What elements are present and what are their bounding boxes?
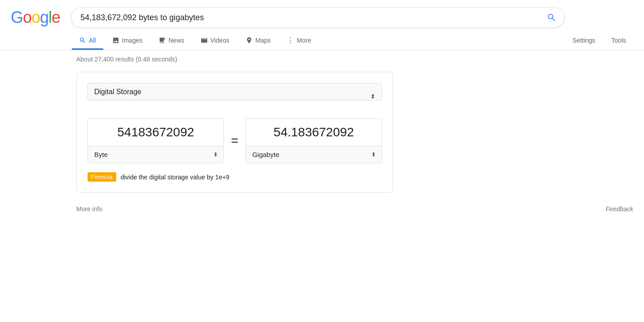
tab-all-label: All xyxy=(89,37,96,44)
equals-sign: = xyxy=(231,134,238,148)
to-unit-select[interactable]: Bit Byte Kilobyte Megabyte Gigabyte Tera… xyxy=(246,146,381,163)
tab-images[interactable]: Images xyxy=(105,32,150,50)
to-unit-select-wrapper: Bit Byte Kilobyte Megabyte Gigabyte Tera… xyxy=(246,146,381,163)
maps-tab-icon xyxy=(245,37,253,44)
google-logo[interactable]: Google xyxy=(11,8,60,27)
feedback-link[interactable]: Feedback xyxy=(606,205,633,213)
formula-row: Formula divide the digital storage value… xyxy=(88,172,382,182)
to-input-group: Bit Byte Kilobyte Megabyte Gigabyte Tera… xyxy=(245,118,382,163)
to-value-input[interactable] xyxy=(246,119,381,146)
header: Google xyxy=(0,0,644,28)
tab-news-label: News xyxy=(168,37,184,44)
converter-card: Digital Storage Length Mass Temperature … xyxy=(76,72,393,193)
from-unit-select[interactable]: Bit Byte Kilobyte Megabyte Gigabyte Tera… xyxy=(88,146,223,163)
search-icon xyxy=(547,13,556,22)
nav-tabs: All Images News Videos Maps ⋮ More Setti… xyxy=(0,31,644,50)
search-tab-icon xyxy=(79,37,86,44)
tab-videos[interactable]: Videos xyxy=(193,32,237,50)
more-tab-icon: ⋮ xyxy=(287,36,294,44)
videos-tab-icon xyxy=(201,37,208,44)
formula-badge: Formula xyxy=(88,172,116,182)
content: About 27,400 results (0.48 seconds) Digi… xyxy=(0,50,404,193)
footer-row: More info Feedback xyxy=(0,200,644,218)
category-select[interactable]: Digital Storage Length Mass Temperature … xyxy=(88,83,382,100)
converter-row: Bit Byte Kilobyte Megabyte Gigabyte Tera… xyxy=(88,118,382,163)
formula-text: divide the digital storage value by 1e+9 xyxy=(121,174,229,181)
more-info-link[interactable]: More info xyxy=(76,205,102,213)
tab-more-label: More xyxy=(297,37,311,44)
tab-news[interactable]: News xyxy=(151,32,191,50)
settings-tab[interactable]: Settings xyxy=(565,32,603,50)
images-tab-icon xyxy=(112,37,119,44)
search-button[interactable] xyxy=(545,11,558,24)
news-tab-icon xyxy=(158,37,166,44)
tab-images-label: Images xyxy=(122,37,143,44)
category-select-wrapper: Digital Storage Length Mass Temperature … xyxy=(88,83,382,109)
tab-more[interactable]: ⋮ More xyxy=(280,31,318,50)
search-input[interactable] xyxy=(71,7,565,28)
tab-maps[interactable]: Maps xyxy=(238,32,278,50)
tab-all[interactable]: All xyxy=(72,32,103,50)
tab-videos-label: Videos xyxy=(210,37,230,44)
search-bar-wrapper xyxy=(71,7,565,28)
from-unit-select-wrapper: Bit Byte Kilobyte Megabyte Gigabyte Tera… xyxy=(88,146,223,163)
from-value-input[interactable] xyxy=(88,119,223,146)
tools-tab[interactable]: Tools xyxy=(604,32,633,50)
tab-maps-label: Maps xyxy=(255,37,271,44)
from-input-group: Bit Byte Kilobyte Megabyte Gigabyte Tera… xyxy=(88,118,224,163)
results-info: About 27,400 results (0.48 seconds) xyxy=(76,56,393,63)
